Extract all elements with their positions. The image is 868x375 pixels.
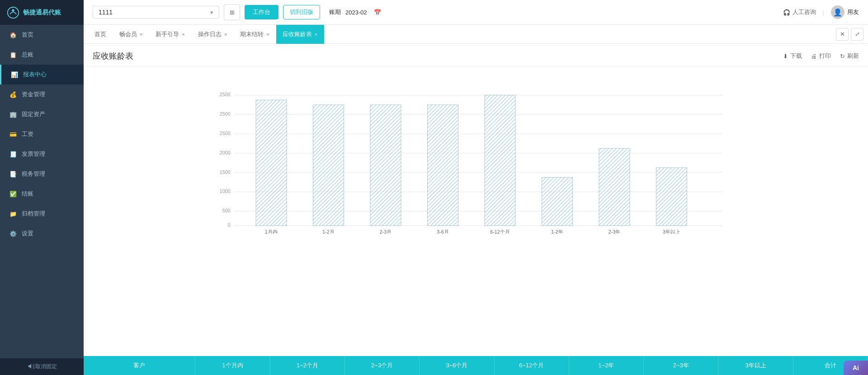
sidebar-label-home: 首页 (22, 31, 33, 39)
aging-chart: 2500 2500 2500 2000 1500 1000 500 0 (93, 71, 859, 234)
calendar-icon[interactable]: 📅 (374, 9, 381, 16)
svg-text:1月内: 1月内 (265, 229, 278, 234)
archive-button[interactable]: ⊞ (224, 4, 240, 20)
tab-close-guide[interactable]: × (182, 32, 184, 37)
sidebar-label-ledger: 总账 (22, 51, 33, 59)
sidebar-label-settings: 设置 (22, 230, 33, 238)
table-header-1~2年: 1~2年 (569, 356, 644, 375)
ai-badge[interactable]: Ai (844, 361, 868, 375)
chevron-down-icon: ▾ (210, 9, 213, 16)
sidebar-item-ledger[interactable]: 📋 总账 (0, 45, 84, 65)
tab-label-closing: 期末结转 (240, 30, 264, 38)
tab-guide[interactable]: 新手引导× (149, 25, 191, 44)
workbench-button[interactable]: 工作台 (245, 5, 278, 19)
chart-container: 2500 2500 2500 2000 1500 1000 500 0 (84, 66, 868, 356)
sidebar-icon-settings: ⚙️ (9, 230, 17, 238)
company-name: 1111 (99, 9, 208, 16)
sidebar-item-salary[interactable]: 💳 工资 (0, 124, 84, 144)
bar-3年以上 (656, 168, 687, 225)
bar-1月内 (256, 100, 287, 225)
sidebar-item-closing[interactable]: ✅ 结账 (0, 184, 84, 204)
sidebar-label-assets: 固定资产 (22, 110, 45, 118)
bar-3-6月 (427, 105, 458, 226)
svg-text:2-3年: 2-3年 (609, 229, 620, 234)
print-button[interactable]: 🖨 打印 (811, 52, 831, 60)
expand-icon: ⤢ (855, 31, 860, 38)
download-icon: ⬇ (783, 53, 788, 60)
company-select[interactable]: 1111 ▾ (93, 6, 219, 19)
tab-label-guide: 新手引导 (156, 30, 179, 38)
table-header-2~3个月: 2~3个月 (345, 356, 420, 375)
refresh-icon: ↻ (840, 53, 845, 60)
sidebar-item-home[interactable]: 🏠 首页 (0, 25, 84, 45)
sidebar-icon-tax: 📑 (9, 170, 17, 178)
refresh-button[interactable]: ↻ 刷新 (840, 52, 859, 60)
table-header-3年以上: 3年以上 (718, 356, 793, 375)
download-button[interactable]: ⬇ 下载 (783, 52, 802, 60)
tab-close-closing[interactable]: × (266, 32, 269, 37)
table-header-1~2个月: 1~2个月 (270, 356, 345, 375)
sidebar-label-archive: 归档管理 (22, 210, 45, 218)
unpin-button[interactable]: ◀‖取消固定 (0, 358, 84, 375)
svg-text:1500: 1500 (220, 169, 231, 175)
svg-text:2000: 2000 (220, 150, 231, 155)
tab-close-aging[interactable]: × (315, 32, 317, 37)
tab-close-oplog[interactable]: × (224, 32, 227, 37)
bar-1-2年 (542, 177, 572, 225)
table-header-6~12个月: 6~12个月 (495, 356, 569, 375)
consult-button[interactable]: 🎧 人工咨询 (783, 8, 816, 16)
sidebar-label-tax: 税务管理 (22, 170, 45, 178)
tabs-bar: 首页畅会员×新手引导×操作日志×期末结转×应收账龄表× ✕ ⤢ (84, 25, 868, 44)
svg-text:2500: 2500 (220, 111, 231, 117)
sidebar-label-closing: 结账 (22, 190, 33, 198)
sidebar-icon-reports: 📊 (10, 70, 19, 79)
sidebar-item-archive[interactable]: 📁 归档管理 (0, 204, 84, 224)
bar-6-12个月 (485, 95, 515, 226)
tab-oplog[interactable]: 操作日志× (192, 25, 234, 44)
sidebar-item-funds[interactable]: 💰 资金管理 (0, 84, 84, 104)
table-header-1个月内: 1个月内 (195, 356, 270, 375)
svg-text:1000: 1000 (220, 188, 231, 194)
tab-aging[interactable]: 应收账龄表× (276, 25, 324, 44)
sidebar-item-tax[interactable]: 📑 税务管理 (0, 164, 84, 184)
avatar: 👤 (831, 5, 844, 19)
sidebar-icon-funds: 💰 (9, 90, 17, 98)
svg-text:0: 0 (228, 222, 231, 228)
tabs-actions: ✕ ⤢ (836, 28, 863, 41)
sidebar-item-reports[interactable]: 📊 报表中心 (0, 65, 84, 84)
fullscreen-button[interactable]: ⤢ (851, 28, 863, 41)
switch-version-button[interactable]: 切到旧版 (283, 5, 320, 19)
tab-label-aging: 应收账龄表 (283, 30, 312, 38)
svg-point-1 (12, 9, 14, 11)
sidebar-label-funds: 资金管理 (22, 90, 45, 98)
sidebar-icon-closing: ✅ (9, 190, 17, 198)
tab-member[interactable]: 畅会员× (113, 25, 149, 44)
sidebar-item-settings[interactable]: ⚙️ 设置 (0, 224, 84, 244)
tab-home[interactable]: 首页 (88, 25, 113, 44)
logo-icon (7, 6, 19, 19)
print-icon: 🖨 (811, 53, 817, 60)
user-button[interactable]: 👤 用友 (831, 5, 859, 19)
page-title: 应收账龄表 (93, 51, 133, 61)
svg-text:1-2月: 1-2月 (322, 229, 334, 234)
tab-closing[interactable]: 期末结转× (234, 25, 276, 44)
sidebar-item-invoice[interactable]: 🧾 发票管理 (0, 144, 84, 164)
sidebar-item-assets[interactable]: 🏢 固定资产 (0, 104, 84, 124)
tab-close-member[interactable]: × (140, 32, 142, 37)
svg-text:1-2年: 1-2年 (551, 229, 563, 234)
svg-text:500: 500 (222, 208, 231, 213)
close-all-tabs-button[interactable]: ✕ (836, 28, 849, 41)
content-area: 应收账龄表 ⬇ 下载 🖨 打印 ↻ 刷新 (84, 44, 868, 375)
sidebar-label-invoice: 发票管理 (22, 150, 45, 158)
tab-label-oplog: 操作日志 (198, 30, 222, 38)
sidebar-icon-invoice: 🧾 (9, 150, 17, 158)
tab-label-home: 首页 (94, 30, 106, 38)
sidebar: 畅捷通易代账 🏠 首页 📋 总账 📊 报表中心 💰 资金管理 🏢 固定资产 💳 … (0, 0, 84, 375)
sidebar-icon-archive: 📁 (9, 210, 17, 218)
svg-point-0 (8, 7, 19, 18)
svg-text:2-3月: 2-3月 (380, 229, 392, 234)
divider: | (823, 9, 824, 16)
sidebar-scroll: 🏠 首页 📋 总账 📊 报表中心 💰 资金管理 🏢 固定资产 💳 工资 🧾 发票… (0, 25, 84, 358)
svg-text:2500: 2500 (220, 131, 231, 136)
main-content: 1111 ▾ ⊞ 工作台 切到旧版 账期 2023-02 📅 🎧 人工咨询 | … (84, 0, 868, 375)
